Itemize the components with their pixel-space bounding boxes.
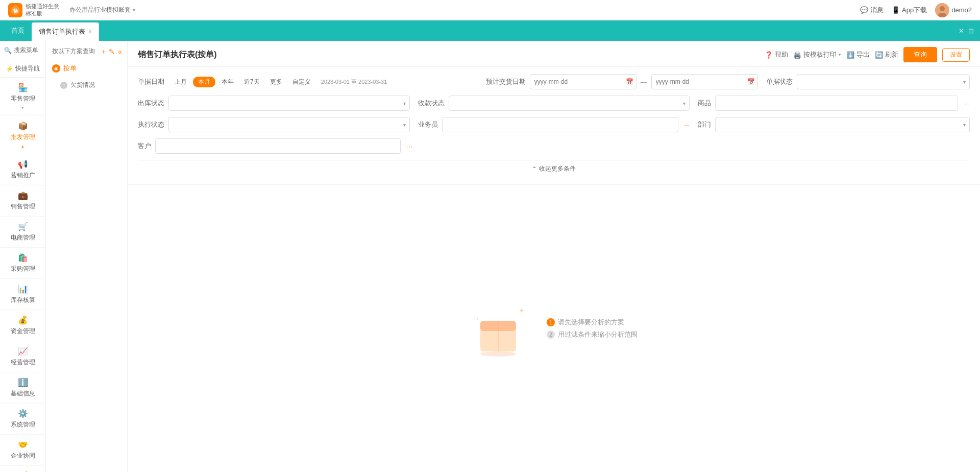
collect-status-label: 收款状态 bbox=[418, 99, 445, 108]
corp-icon: 🤝 bbox=[18, 440, 28, 450]
collapse-panel-icon[interactable]: « bbox=[118, 48, 122, 56]
sidebar-quick-nav[interactable]: ⚡ 快捷导航 bbox=[0, 60, 45, 78]
filter-date-group: 单据日期 上月 本月 本年 近7天 更多 自定义 2023-03-01 至 20… bbox=[138, 77, 478, 87]
prev-month-btn[interactable]: 上月 bbox=[170, 77, 191, 87]
goods-more-icon[interactable]: ··· bbox=[964, 100, 970, 107]
query-button[interactable]: 查询 bbox=[903, 47, 937, 62]
sidebar-item-guide[interactable]: 🌱 新手引导 bbox=[0, 466, 45, 472]
filter-row-3: 执行状态 ▾ 业务员 ··· 部门 bbox=[138, 117, 970, 132]
content-area: 按以下方案查询 + ✎ « ◉ 按单 ○ 欠货情况 销售订单执行表(按单) bbox=[46, 41, 980, 472]
empty-text-hints: 1 请先选择要分析的方案 2 用过滤条件来缩小分析范围 bbox=[547, 318, 638, 339]
ecommerce-icon: 🛒 bbox=[18, 222, 28, 231]
sub-item-icon: ○ bbox=[60, 82, 67, 89]
sidebar-item-sales[interactable]: 💼 销售管理 bbox=[0, 185, 45, 217]
collapse-filter-button[interactable]: ⌃ 收起更多条件 bbox=[138, 160, 970, 177]
help-icon: ❓ bbox=[765, 51, 773, 59]
marketing-icon: 📢 bbox=[18, 159, 28, 169]
sidebar-item-marketing[interactable]: 📢 营销推广 bbox=[0, 154, 45, 185]
system-icon: ⚙️ bbox=[18, 409, 28, 418]
expected-date-label: 预计交货日期 bbox=[486, 77, 526, 86]
hint-num-1: 1 bbox=[547, 318, 555, 326]
dept-select-wrapper: ▾ bbox=[715, 117, 970, 132]
filter-expected-date-group: 预计交货日期 📅 — 📅 bbox=[486, 74, 758, 89]
print-button[interactable]: 🖨️ 按模板打印 ▾ bbox=[793, 50, 841, 59]
nav-icon: ⚡ bbox=[6, 65, 13, 73]
window-close-icon[interactable]: ✕ bbox=[959, 27, 964, 35]
sidebar-item-system[interactable]: ⚙️ 系统管理 bbox=[0, 404, 45, 435]
customer-input[interactable] bbox=[155, 138, 401, 154]
more-btn[interactable]: 更多 bbox=[266, 77, 286, 87]
sidebar-item-purchase[interactable]: 🛍️ 采购管理 bbox=[0, 248, 45, 279]
status-select[interactable] bbox=[797, 74, 970, 89]
expected-date-end-input[interactable] bbox=[651, 74, 758, 89]
filter-dept-group: 部门 ▾ bbox=[698, 117, 970, 132]
basic-icon: ℹ️ bbox=[18, 377, 28, 387]
customer-more-icon[interactable]: ··· bbox=[407, 143, 412, 150]
this-year-btn[interactable]: 本年 bbox=[217, 77, 238, 87]
sidebar-search[interactable]: 🔍 搜索菜单 bbox=[0, 41, 45, 60]
logo-icon: 畅 bbox=[8, 3, 22, 17]
hint-num-2: 2 bbox=[547, 331, 555, 339]
scheme-item-order[interactable]: ◉ 按单 bbox=[46, 60, 127, 77]
app-download-button[interactable]: 📱 App下载 bbox=[892, 6, 927, 15]
tab-home[interactable]: 首页 bbox=[4, 20, 32, 41]
scheme-active-icon: ◉ bbox=[52, 64, 60, 73]
tab-controls: ✕ ⊡ bbox=[952, 27, 980, 35]
salesman-more-icon[interactable]: ··· bbox=[684, 121, 690, 129]
page-actions: ❓ 帮助 🖨️ 按模板打印 ▾ ⬇️ 导出 🔄 刷新 bbox=[765, 47, 970, 62]
settings-button[interactable]: 设置 bbox=[942, 48, 970, 62]
sidebar: 🔍 搜索菜单 ⚡ 快捷导航 🏪 零售管理 ▾ 📦 批发管理 ▴ 📢 营销推广 💼… bbox=[0, 41, 46, 472]
breadcrumb-area[interactable]: 办公用品行业模拟账套 ▾ bbox=[69, 6, 135, 14]
sidebar-item-corp[interactable]: 🤝 企业协同 bbox=[0, 435, 45, 466]
page-title: 销售订单执行表(按单) bbox=[138, 50, 217, 60]
sidebar-item-basic[interactable]: ℹ️ 基础信息 bbox=[0, 372, 45, 404]
date-quick-buttons: 上月 本月 本年 近7天 更多 自定义 bbox=[170, 77, 315, 87]
scheme-header-label: 按以下方案查询 bbox=[52, 47, 95, 56]
retail-icon: 🏪 bbox=[18, 83, 28, 92]
dept-select[interactable] bbox=[715, 117, 970, 132]
out-status-select-wrapper: ▾ bbox=[168, 96, 410, 111]
sidebar-item-wholesale[interactable]: 📦 批发管理 ▴ bbox=[0, 116, 45, 154]
breadcrumb-arrow-icon: ▾ bbox=[133, 7, 135, 13]
logo-area: 畅 畅捷通好生意 标准版 bbox=[8, 3, 59, 17]
svg-text:✦: ✦ bbox=[475, 316, 479, 322]
filter-row-4: 客户 ··· bbox=[138, 138, 970, 154]
exec-status-select[interactable] bbox=[168, 117, 410, 132]
export-button[interactable]: ⬇️ 导出 bbox=[846, 50, 870, 59]
message-button[interactable]: 💬 消息 bbox=[860, 6, 884, 15]
date-range-display: 2023-03-01 至 2023-03-31 bbox=[321, 78, 387, 86]
sidebar-item-finance[interactable]: 💰 资金管理 bbox=[0, 310, 45, 341]
out-status-select[interactable] bbox=[168, 96, 410, 111]
goods-input[interactable] bbox=[715, 96, 958, 111]
sidebar-item-inventory[interactable]: 📊 库存核算 bbox=[0, 279, 45, 310]
wholesale-icon: 📦 bbox=[18, 121, 28, 131]
tab-close-icon[interactable]: × bbox=[88, 28, 92, 35]
window-expand-icon[interactable]: ⊡ bbox=[968, 27, 974, 35]
svg-point-3 bbox=[940, 6, 945, 11]
edit-scheme-icon[interactable]: ✎ bbox=[109, 48, 115, 56]
collect-status-select-wrapper: ▾ bbox=[449, 96, 690, 111]
date-separator: — bbox=[641, 78, 647, 86]
current-month-btn[interactable]: 本月 bbox=[193, 77, 215, 87]
sales-icon: 💼 bbox=[18, 191, 28, 200]
tab-bar: 首页 销售订单执行表 × ✕ ⊡ bbox=[0, 20, 980, 41]
user-menu[interactable]: demo2 bbox=[935, 3, 972, 17]
help-button[interactable]: ❓ 帮助 bbox=[765, 50, 788, 59]
custom-btn[interactable]: 自定义 bbox=[288, 77, 315, 87]
last7-btn[interactable]: 近7天 bbox=[240, 77, 264, 87]
empty-svg: ✦ ✦ bbox=[470, 300, 531, 357]
add-scheme-icon[interactable]: + bbox=[102, 48, 106, 56]
salesman-input[interactable] bbox=[442, 117, 678, 132]
status-select-wrapper: ▾ bbox=[797, 74, 970, 89]
filter-area: 单据日期 上月 本月 本年 近7天 更多 自定义 2023-03-01 至 20… bbox=[128, 67, 980, 185]
tab-sales-order[interactable]: 销售订单执行表 × bbox=[32, 22, 99, 41]
sidebar-item-ecommerce[interactable]: 🛒 电商管理 bbox=[0, 217, 45, 248]
sidebar-item-retail[interactable]: 🏪 零售管理 ▾ bbox=[0, 78, 45, 116]
scheme-sub-shortage[interactable]: ○ 欠货情况 bbox=[46, 77, 127, 93]
collect-status-select[interactable] bbox=[449, 96, 690, 111]
filter-out-status-group: 出库状态 ▾ bbox=[138, 96, 410, 111]
filter-exec-status-group: 执行状态 ▾ bbox=[138, 117, 410, 132]
sidebar-item-business[interactable]: 📈 经营管理 bbox=[0, 341, 45, 372]
expected-date-start-input[interactable] bbox=[530, 74, 636, 89]
refresh-button[interactable]: 🔄 刷新 bbox=[875, 50, 898, 59]
